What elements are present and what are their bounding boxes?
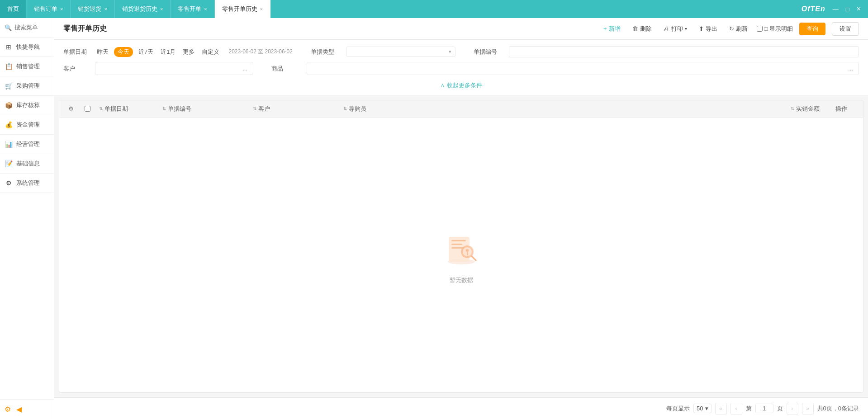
query-button[interactable]: 查询 (799, 23, 825, 35)
restore-btn[interactable]: □ (846, 6, 849, 13)
tab-sales-order-close[interactable]: × (60, 6, 63, 12)
tab-retail-open-history-label: 零售开单历史 (222, 5, 257, 13)
last7-btn[interactable]: 近7天 (137, 47, 155, 57)
type-filter-arrow-icon: ▾ (449, 49, 451, 55)
next-page-btn[interactable]: › (787, 403, 798, 414)
show-detail-input[interactable] (757, 26, 763, 32)
date-filter-buttons: 昨天 今天 近7天 近1月 更多 自定义 2023-06-02 至 2023-0… (95, 47, 293, 57)
tab-retail-open-history-close[interactable]: × (260, 6, 263, 12)
sidebar-item-quick-nav[interactable]: ⊞ 快捷导航 (0, 38, 54, 57)
sidebar-collapse-btn[interactable]: ◀ (16, 405, 22, 414)
customer-filter-dots[interactable]: ... (239, 65, 251, 72)
sort-guide-icon: ⇅ (343, 106, 347, 111)
sidebar-item-basic-info-label: 基础信息 (16, 160, 40, 168)
tab-retail-open[interactable]: 零售开单 × (171, 0, 214, 18)
tab-sales-return[interactable]: 销货退货 × (71, 0, 114, 18)
page-header: 零售开单历史 + 新增 🗑 删除 🖨 打印 ▾ ⬆ 导出 (54, 18, 868, 40)
print-button[interactable]: 🖨 打印 ▾ (661, 23, 690, 35)
sidebar-item-sys-mgmt[interactable]: ⚙ 系统管理 (0, 174, 54, 193)
refresh-button[interactable]: ↻ 刷新 (726, 23, 750, 35)
stock-mgmt-icon: 📦 (5, 102, 13, 109)
sidebar-item-sys-mgmt-label: 系统管理 (16, 179, 40, 187)
tab-home-label: 首页 (7, 5, 19, 13)
goods-filter-dots[interactable]: ... (844, 65, 857, 72)
first-page-btn[interactable]: « (715, 403, 727, 414)
close-btn[interactable]: × (857, 5, 861, 13)
table-header-checkbox[interactable] (79, 106, 95, 112)
sidebar-bottom: ⚙ ◀ (0, 399, 54, 419)
table-header-customer[interactable]: ⇅ 客户 (249, 105, 340, 113)
sidebar-item-sales-mgmt[interactable]: 📋 销售管理 (0, 57, 54, 76)
tab-retail-open-label: 零售开单 (178, 5, 201, 13)
sidebar-item-purchase-mgmt-label: 采购管理 (16, 82, 40, 90)
tab-sales-order[interactable]: 销售订单 × (27, 0, 71, 18)
collapse-row[interactable]: ∧ 收起更多条件 (63, 80, 859, 91)
table-header-number[interactable]: ⇅ 单据编号 (159, 105, 249, 113)
page-label: 第 (746, 405, 752, 413)
content-area: 零售开单历史 + 新增 🗑 删除 🖨 打印 ▾ ⬆ 导出 (54, 18, 868, 419)
sidebar-item-finance-mgmt[interactable]: 💰 资金管理 (0, 115, 54, 135)
table-header-customer-label: 客户 (258, 105, 270, 113)
refresh-icon: ↻ (729, 25, 734, 32)
table-header-amount[interactable]: ⇅ 实销金额 (403, 105, 823, 113)
delete-label: 删除 (640, 25, 652, 33)
type-filter-label: 单据类型 (311, 48, 342, 56)
customer-filter-input[interactable] (97, 63, 239, 74)
last1m-btn[interactable]: 近1月 (159, 47, 177, 57)
tab-retail-open-history[interactable]: 零售开单历史 × (215, 0, 270, 18)
sidebar-item-stock-mgmt-label: 库存核算 (16, 101, 40, 109)
goods-filter-input[interactable] (309, 63, 844, 74)
export-button[interactable]: ⬆ 导出 (696, 23, 720, 35)
show-detail-checkbox[interactable]: □ 显示明细 (757, 25, 793, 33)
filter-row-1: 单据日期 昨天 今天 近7天 近1月 更多 自定义 2023-06-02 至 2… (63, 46, 859, 57)
table-header-guide[interactable]: ⇅ 导购员 (340, 105, 403, 113)
sidebar-item-ops-mgmt[interactable]: 📊 经营管理 (0, 135, 54, 154)
table-header: ⚙ ⇅ 单据日期 ⇅ 单据编号 ⇅ 客户 ⇅ (59, 100, 863, 118)
last-page-btn[interactable]: » (802, 403, 814, 414)
purchase-mgmt-icon: 🛒 (5, 82, 13, 89)
sys-mgmt-icon: ⚙ (5, 179, 13, 187)
minimize-btn[interactable]: — (833, 6, 839, 13)
sidebar-item-ops-mgmt-label: 经营管理 (16, 140, 40, 148)
filter-section: 单据日期 昨天 今天 近7天 近1月 更多 自定义 2023-06-02 至 2… (54, 40, 868, 95)
prev-page-icon: ‹ (735, 405, 737, 412)
date-range-display: 2023-06-02 至 2023-06-02 (228, 48, 292, 56)
settings-button[interactable]: 设置 (832, 22, 859, 36)
table-header-guide-label: 导购员 (349, 105, 366, 113)
add-button[interactable]: + 新增 (601, 23, 623, 35)
tab-retail-open-close[interactable]: × (204, 6, 207, 12)
table-settings-icon[interactable]: ⚙ (68, 105, 74, 112)
settings-label: 设置 (840, 25, 851, 33)
no-filter-label: 单据编号 (474, 48, 505, 56)
tab-home[interactable]: 首页 (0, 0, 27, 18)
page-input[interactable] (755, 404, 773, 413)
sidebar-search[interactable]: 🔍 搜索菜单 (0, 18, 54, 38)
tab-sales-return-close[interactable]: × (104, 6, 107, 12)
table-header-settings[interactable]: ⚙ (63, 105, 79, 112)
sidebar-item-stock-mgmt[interactable]: 📦 库存核算 (0, 96, 54, 115)
per-page-select[interactable]: 50 ▾ (693, 404, 711, 413)
export-label: 导出 (706, 25, 717, 33)
table-header-date[interactable]: ⇅ 单据日期 (95, 105, 159, 113)
no-filter-input[interactable] (509, 46, 859, 57)
tab-sales-return-history[interactable]: 销货退货历史 × (115, 0, 171, 18)
sidebar-gear-btn[interactable]: ⚙ (5, 405, 11, 414)
export-icon: ⬆ (699, 25, 704, 32)
more-btn[interactable]: 更多 (181, 47, 196, 57)
page-suffix: 页 (777, 405, 783, 413)
toolbar: + 新增 🗑 删除 🖨 打印 ▾ ⬆ 导出 ↻ 刷新 (601, 22, 859, 36)
yesterday-btn[interactable]: 昨天 (95, 47, 110, 57)
query-label: 查询 (806, 25, 818, 33)
prev-page-btn[interactable]: ‹ (730, 403, 742, 414)
sidebar-item-sales-mgmt-label: 销售管理 (16, 62, 40, 71)
table-select-all[interactable] (85, 106, 90, 112)
sidebar-item-finance-mgmt-label: 资金管理 (16, 121, 40, 129)
sidebar-item-purchase-mgmt[interactable]: 🛒 采购管理 (0, 76, 54, 96)
custom-btn[interactable]: 自定义 (200, 47, 221, 57)
type-filter-select[interactable]: ▾ (346, 47, 455, 57)
today-btn[interactable]: 今天 (114, 47, 133, 57)
refresh-label: 刷新 (736, 25, 748, 33)
tab-sales-return-history-close[interactable]: × (160, 6, 163, 12)
sidebar-item-basic-info[interactable]: 📝 基础信息 (0, 154, 54, 174)
delete-button[interactable]: 🗑 删除 (630, 23, 655, 35)
